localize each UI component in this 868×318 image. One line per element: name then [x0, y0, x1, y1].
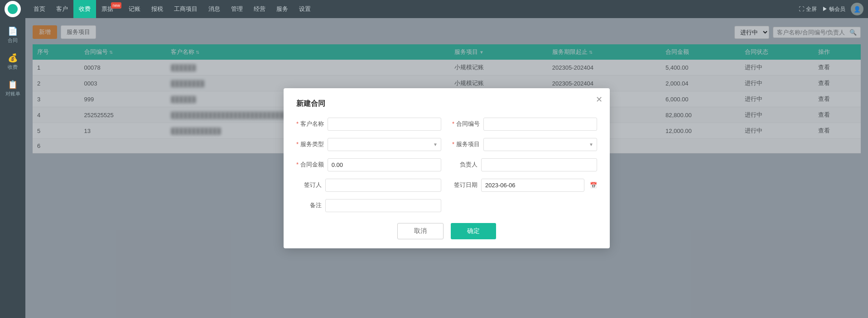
service-item-label: 服务项目 [452, 140, 480, 148]
main-layout: 📄 合同 💰 收费 📋 对账单 新增 服务项目 进行中 已完成 全部 🔍 [0, 18, 868, 318]
note-input[interactable] [325, 199, 441, 212]
sidebar-statement-label: 对账单 [5, 90, 20, 97]
nav-tax[interactable]: 报税 [146, 0, 169, 18]
fullscreen-button[interactable]: ⛶ 全屏 [799, 5, 816, 13]
nav-service[interactable]: 服务 [271, 0, 294, 18]
service-type-label: 服务类型 [296, 140, 324, 148]
nav-settings[interactable]: 设置 [294, 0, 316, 18]
contract-no-input[interactable] [483, 118, 597, 131]
responsible-input[interactable] [481, 158, 597, 171]
content-area: 新增 服务项目 进行中 已完成 全部 🔍 序号 合同编号⇅ 客户名称⇅ 服务项目… [25, 18, 868, 318]
form-group-amount: 合同金额 [296, 158, 441, 171]
confirm-button[interactable]: 确定 [451, 223, 496, 239]
modal-overlay: ✕ 新建合同 客户名称 合同编号 服务类型 [25, 18, 868, 318]
signer-input[interactable] [325, 179, 441, 192]
avatar[interactable]: 👤 [851, 3, 863, 15]
nav-fee[interactable]: 收费 [73, 0, 96, 18]
form-group-signer: 签订人 [296, 179, 441, 192]
amount-label: 合同金额 [296, 161, 324, 169]
customer-input[interactable] [328, 118, 441, 131]
nav-invoice[interactable]: 票据 new [96, 0, 123, 18]
sign-date-label: 签订日期 [452, 181, 477, 189]
sidebar-item-statement[interactable]: 📋 对账单 [1, 76, 24, 101]
nav-bookkeeping[interactable]: 记账 [123, 0, 146, 18]
nav-business[interactable]: 工商项目 [169, 0, 203, 18]
signer-label: 签订人 [296, 181, 322, 189]
sidebar: 📄 合同 💰 收费 📋 对账单 [0, 18, 25, 318]
form-row-5: 备注 [296, 199, 597, 212]
fee-icon: 💰 [8, 53, 18, 63]
sidebar-item-contract[interactable]: 📄 合同 [1, 23, 24, 47]
sidebar-contract-label: 合同 [8, 37, 18, 44]
statement-icon: 📋 [8, 80, 18, 90]
form-group-note: 备注 [296, 199, 441, 212]
form-group-sign-date: 签订日期 📅 [452, 179, 597, 192]
modal-footer: 取消 确定 [296, 223, 597, 239]
calendar-icon[interactable]: 📅 [590, 182, 597, 189]
sign-date-input[interactable] [481, 179, 584, 192]
cancel-button[interactable]: 取消 [397, 223, 444, 239]
new-contract-modal: ✕ 新建合同 客户名称 合同编号 服务类型 [284, 88, 610, 248]
form-row-2: 服务类型 服务项目 [296, 138, 597, 151]
nav-operations[interactable]: 经营 [248, 0, 271, 18]
contract-icon: 📄 [8, 26, 18, 36]
nav-message[interactable]: 消息 [203, 0, 226, 18]
sidebar-item-fee[interactable]: 💰 收费 [1, 49, 24, 74]
note-label: 备注 [296, 201, 322, 209]
form-row-1: 客户名称 合同编号 [296, 118, 597, 131]
top-navigation: 首页 客户 收费 票据 new 记账 报税 工商项目 消息 管理 经营 服务 设… [0, 0, 868, 18]
app-logo [5, 1, 21, 17]
form-group-service-type: 服务类型 [296, 138, 441, 151]
form-group-contract-no: 合同编号 [452, 118, 597, 131]
nav-home[interactable]: 首页 [28, 0, 51, 18]
nav-customer[interactable]: 客户 [51, 0, 73, 18]
form-group-responsible: 负责人 [452, 158, 597, 171]
nav-management[interactable]: 管理 [226, 0, 248, 18]
form-group-customer: 客户名称 [296, 118, 441, 131]
customer-label: 客户名称 [296, 120, 324, 128]
responsible-label: 负责人 [452, 161, 477, 169]
form-row-4: 签订人 签订日期 📅 [296, 179, 597, 192]
amount-input[interactable] [328, 158, 441, 171]
contract-no-label: 合同编号 [452, 120, 480, 128]
new-badge: new [111, 2, 121, 9]
service-type-select[interactable] [328, 138, 441, 151]
sidebar-fee-label: 收费 [8, 64, 18, 71]
member-button[interactable]: ▶ 畅会员 [822, 5, 845, 13]
form-group-service-item: 服务项目 [452, 138, 597, 151]
modal-title: 新建合同 [296, 99, 597, 109]
service-item-select[interactable] [483, 138, 597, 151]
modal-close-button[interactable]: ✕ [596, 95, 603, 104]
form-row-3: 合同金额 负责人 [296, 158, 597, 171]
nav-right-area: ⛶ 全屏 ▶ 畅会员 👤 [799, 3, 863, 15]
